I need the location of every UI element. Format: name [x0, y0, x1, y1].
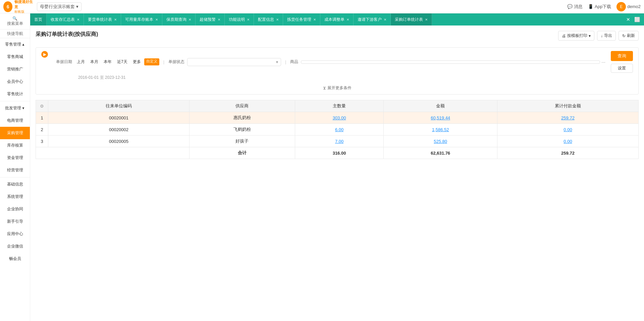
search-icon: 🔍 — [12, 16, 17, 21]
workspace-selector: 母婴行业演示账套 ▾ — [34, 2, 567, 11]
sidebar-nav[interactable]: 快捷导航 — [0, 30, 30, 38]
tab-invite-downstream[interactable]: 邀请下游客户 ✕ — [354, 13, 391, 25]
tab-close-shelf-life[interactable]: ✕ — [189, 18, 191, 21]
sidebar-item-retail-mgmt[interactable]: 零售管理 ▲ — [0, 38, 30, 51]
refresh-btn[interactable]: ↻ 刷新 — [619, 31, 639, 41]
tab-close-func-desc[interactable]: ✕ — [247, 18, 250, 21]
tab-close-purchase-order-stats[interactable]: ✕ — [425, 18, 428, 21]
logo-icon: 6 — [3, 1, 12, 12]
sidebar-item-enterprise-wechat[interactable]: 企业微信 — [0, 240, 30, 253]
sidebar: 🔍 搜索菜单 快捷导航 零售管理 ▲ 零售商城 营销推广 会员中心 零售统计 — [0, 13, 30, 321]
cell-supplier: 好孩子 — [189, 136, 295, 147]
tab-func-desc[interactable]: 功能说明 ✕ — [225, 13, 254, 25]
sidebar-search[interactable]: 🔍 搜索菜单 — [0, 13, 30, 30]
date-btn-last-month[interactable]: 上月 — [75, 58, 87, 65]
cell-index: 2 — [36, 124, 48, 136]
sidebar-item-app-center[interactable]: 应用中心 — [0, 228, 30, 240]
sidebar-item-retail-stats[interactable]: 零售统计 — [0, 88, 30, 100]
tab-close-pick-task[interactable]: ✕ — [313, 18, 316, 21]
tab-ctrl-close[interactable]: ✕ — [625, 16, 632, 23]
collapse-filter-btn[interactable]: ▶ — [41, 51, 48, 58]
sidebar-item-basic-info[interactable]: 基础信息 — [0, 178, 30, 191]
tab-home[interactable]: 首页 — [30, 13, 47, 25]
tab-cost-adjust[interactable]: 成本调整单 ✕ — [320, 13, 354, 25]
cell-amount[interactable]: 525.80 — [384, 136, 497, 147]
table-footer-row: 合计 316.00 62,631.76 259.72 — [36, 147, 639, 159]
date-btn-this-year[interactable]: 本年 — [102, 58, 114, 65]
sidebar-item-retail-mall[interactable]: 零售商城 — [0, 51, 30, 63]
message-btn[interactable]: 💬 消息 — [567, 4, 583, 10]
cell-code: 00020001 — [48, 112, 190, 124]
tab-close-invite-downstream[interactable]: ✕ — [384, 18, 386, 21]
date-btn-7days[interactable]: 近7天 — [115, 58, 129, 65]
expand-more-btn[interactable]: ⊻ 展开更多条件 — [323, 85, 352, 91]
tab-purchase-order-stats[interactable]: 采购订单统计表 ✕ — [391, 13, 432, 25]
th-settings: ⚙ — [36, 100, 48, 112]
page-content: 采购订单统计表(按供应商) 🖨 按模板打印 ▾ ↓ 导出 ↻ — [30, 25, 644, 321]
tab-close-config-info[interactable]: ✕ — [276, 18, 279, 21]
cell-paid[interactable]: 0.00 — [497, 124, 638, 136]
cell-quantity[interactable]: 6.00 — [295, 124, 384, 136]
date-btn-more[interactable]: 更多 — [131, 58, 143, 65]
sidebar-item-inventory[interactable]: 库存核算 — [0, 139, 30, 152]
tab-config-info[interactable]: 配置信息 ✕ — [254, 13, 283, 25]
sidebar-item-ecommerce-mgmt[interactable]: 电商管理 — [0, 114, 30, 127]
sidebar-item-enterprise-collab[interactable]: 企业协同 — [0, 203, 30, 215]
data-table: ⚙ 往来单位编码 供应商 主数量 金额 累计付款金额 1 00020001 — [36, 100, 639, 159]
tab-shelf-life[interactable]: 保质期查询 ✕ — [162, 13, 196, 25]
dropdown-icon: ▾ — [589, 34, 591, 38]
refresh-icon: ↻ — [622, 34, 626, 38]
sidebar-item-operations-mgmt[interactable]: 经营管理 — [0, 164, 30, 176]
query-btn[interactable]: 查询 — [611, 51, 633, 61]
tab-ctrl-maximize[interactable]: ⬜ — [633, 16, 641, 23]
cell-quantity[interactable]: 7.00 — [295, 136, 384, 147]
sidebar-item-marketing[interactable]: 营销推广 — [0, 63, 30, 75]
goods-more-btn[interactable]: ··· — [601, 59, 605, 65]
sidebar-item-wholesale-mgmt[interactable]: 批发管理 ▼ — [0, 102, 30, 114]
cell-code: 00020005 — [48, 136, 190, 147]
status-select[interactable]: ▾ — [187, 58, 281, 66]
cell-paid[interactable]: 0.00 — [497, 136, 638, 147]
app-container: 6 畅捷通好生意 标账版 母婴行业演示账套 ▾ 💬 消息 📱 App下载 — [0, 0, 644, 321]
cell-supplier: 惠氏奶粉 — [189, 112, 295, 124]
avatar: E — [616, 2, 626, 11]
tab-close-receive-send[interactable]: ✕ — [77, 18, 79, 21]
sidebar-item-purchase-mgmt[interactable]: 采购管理 — [0, 127, 30, 139]
tab-goods-stats[interactable]: 要货单统计表 ✕ — [84, 13, 121, 25]
template-print-btn[interactable]: 🖨 按模板打印 ▾ — [558, 31, 594, 41]
table-row: 2 00020002 飞鹤奶粉 6.00 1,586.52 0.00 — [36, 124, 639, 136]
tab-close-cost-adjust[interactable]: ✕ — [346, 18, 349, 21]
custom-tag[interactable]: 自定义 — [144, 58, 159, 65]
sidebar-item-vip-member[interactable]: 畅会员 — [0, 253, 30, 265]
content-area: 首页 收发存汇总表 ✕ 要货单统计表 ✕ 可用量库存账本 ✕ 保质期查询 ✕ — [30, 13, 644, 321]
tab-close-available-inv[interactable]: ✕ — [155, 18, 158, 21]
goods-input[interactable] — [301, 60, 600, 64]
date-btn-this-month[interactable]: 本月 — [88, 58, 100, 65]
tab-available-inv[interactable]: 可用量库存账本 ✕ — [121, 13, 162, 25]
sidebar-item-finance[interactable]: 资金管理 — [0, 152, 30, 164]
footer-paid: 259.72 — [497, 147, 638, 159]
filter-row-1: 单据日期 上月 本月 本年 近7天 更多 自定义 | — [56, 51, 633, 73]
filter-area: ▶ 单据日期 上月 本月 本年 近7天 更多 自定义 — [36, 47, 639, 95]
tab-overstock[interactable]: 超储预警 ✕ — [196, 13, 225, 25]
sidebar-item-new-guide[interactable]: 新手引导 — [0, 215, 30, 228]
logo-area: 6 畅捷通好生意 标账版 — [3, 0, 34, 14]
export-btn[interactable]: ↓ 导出 — [597, 31, 616, 41]
cell-amount[interactable]: 1,586.52 — [384, 124, 497, 136]
workspace-dropdown[interactable]: 母婴行业演示账套 ▾ — [37, 2, 82, 11]
tab-close-overstock[interactable]: ✕ — [218, 18, 220, 21]
user-area[interactable]: E demo2 — [616, 2, 641, 11]
app-download-btn[interactable]: 📱 App下载 — [588, 4, 611, 10]
sidebar-item-system-mgmt[interactable]: 系统管理 — [0, 191, 30, 203]
footer-empty — [36, 147, 190, 159]
tab-receive-send[interactable]: 收发存汇总表 ✕ — [47, 13, 84, 25]
sidebar-item-member-center[interactable]: 会员中心 — [0, 75, 30, 88]
tab-pick-task[interactable]: 拣货任务管理 ✕ — [283, 13, 320, 25]
setting-btn[interactable]: 设置 — [611, 64, 633, 73]
cell-amount[interactable]: 60,519.44 — [384, 112, 497, 124]
gear-icon[interactable]: ⚙ — [40, 104, 44, 109]
cell-paid[interactable]: 259.72 — [497, 112, 638, 124]
cell-quantity[interactable]: 303.00 — [295, 112, 384, 124]
tab-close-goods-stats[interactable]: ✕ — [114, 18, 117, 21]
filter-content: 单据日期 上月 本月 本年 近7天 更多 自定义 | — [56, 51, 633, 83]
